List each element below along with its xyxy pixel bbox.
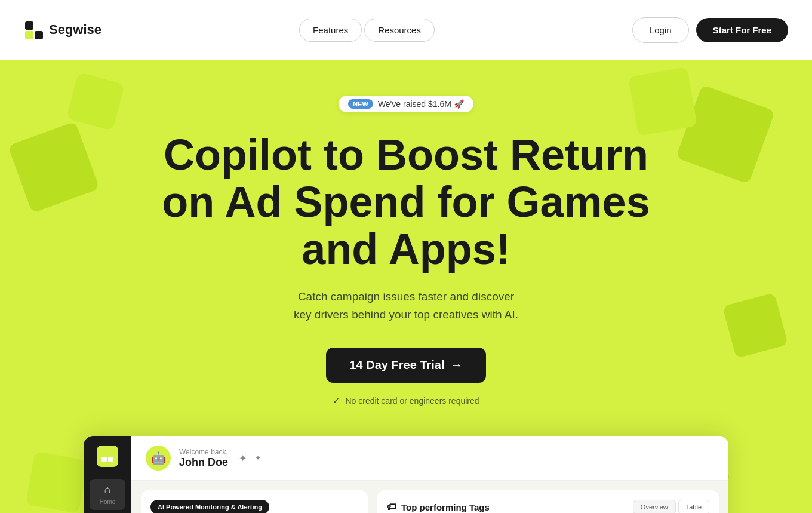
brand-name: Segwise (49, 22, 102, 38)
right-panel-header: 🏷 Top performing Tags Overview Table (387, 500, 709, 513)
app-body: AI Powered Monitoring & Alerting D7 ROAS… (131, 481, 728, 513)
svg-rect-0 (25, 21, 33, 30)
right-panel-title: 🏷 Top performing Tags (387, 502, 490, 512)
home-icon: ⌂ (104, 484, 111, 496)
logo-area: Segwise (24, 20, 102, 39)
tag-panel-icon: 🏷 (387, 502, 396, 512)
nav-resources[interactable]: Resources (364, 19, 435, 42)
app-sidebar: ⌂ Home ▦ Reports ◎ Alerts ◈ Metrics (84, 436, 131, 513)
deco-cube-br (722, 293, 788, 358)
avatar: 🤖 (146, 446, 171, 471)
navbar: Segwise Features Resources Login Start F… (0, 0, 812, 60)
app-preview: ⌂ Home ▦ Reports ◎ Alerts ◈ Metrics 🤖 (84, 436, 728, 513)
badge-text: We've raised $1.6M 🚀 (378, 99, 464, 109)
sparkle-icon-1: ✦ (239, 453, 247, 464)
nav-features[interactable]: Features (299, 19, 362, 42)
hero-title: Copilot to Boost Return on Ad Spend for … (137, 131, 675, 274)
sparkle-icon-2: ✦ (255, 454, 261, 462)
svg-rect-1 (25, 31, 33, 39)
app-header: 🤖 Welcome back, John Doe ✦ ✦ (131, 436, 728, 481)
deco-cube-tr2 (628, 67, 697, 136)
hero-subtitle: Catch campaign issues faster and discove… (294, 288, 518, 324)
trial-button-label: 14 Day Free Trial (350, 358, 445, 372)
no-cc-text: ✓ No credit card or engineers required (333, 395, 479, 406)
svg-rect-3 (102, 450, 107, 456)
user-info: Welcome back, John Doe (179, 448, 228, 469)
panel-badge: AI Powered Monitoring & Alerting (150, 500, 269, 513)
right-panel: 🏷 Top performing Tags Overview Table Vie… (377, 490, 719, 513)
sidebar-logo (97, 446, 118, 467)
start-free-button[interactable]: Start For Free (696, 18, 788, 42)
announcement-badge: NEW We've raised $1.6M 🚀 (339, 96, 473, 112)
deco-cube-tl2 (66, 72, 125, 131)
app-main: 🤖 Welcome back, John Doe ✦ ✦ AI Powered … (131, 436, 728, 513)
checkmark-icon: ✓ (333, 395, 340, 406)
nav-links: Features Resources (299, 19, 435, 42)
badge-new-label: NEW (348, 99, 373, 109)
view-overview-btn[interactable]: Overview (633, 500, 676, 513)
svg-rect-2 (35, 31, 43, 39)
deco-cube-tl (8, 121, 100, 213)
svg-rect-5 (108, 457, 113, 462)
view-buttons: Overview Table (633, 500, 709, 513)
logo-icon (24, 20, 43, 39)
hero-section: NEW We've raised $1.6M 🚀 Copilot to Boos… (0, 60, 812, 513)
nav-actions: Login Start For Free (632, 17, 788, 43)
login-button[interactable]: Login (632, 17, 689, 43)
svg-rect-4 (102, 457, 107, 462)
trial-button[interactable]: 14 Day Free Trial → (326, 348, 487, 383)
left-panel: AI Powered Monitoring & Alerting D7 ROAS… (141, 490, 368, 513)
sidebar-item-home[interactable]: ⌂ Home (90, 479, 125, 510)
arrow-icon: → (450, 358, 462, 372)
deco-cube-bl (26, 451, 88, 513)
view-table-btn[interactable]: Table (678, 500, 709, 513)
